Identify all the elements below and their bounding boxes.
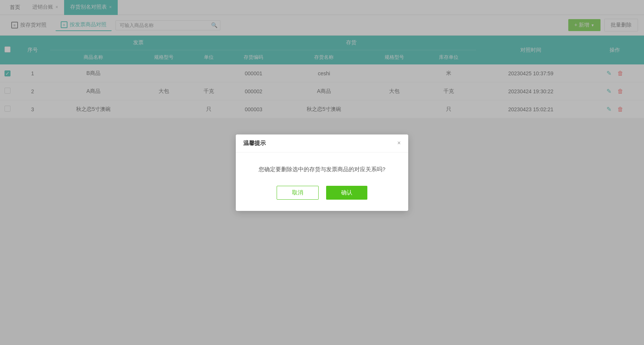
overlay: 温馨提示 × 您确定要删除选中的存货与发票商品的对应关系吗? 取消 确认: [0, 0, 644, 118]
